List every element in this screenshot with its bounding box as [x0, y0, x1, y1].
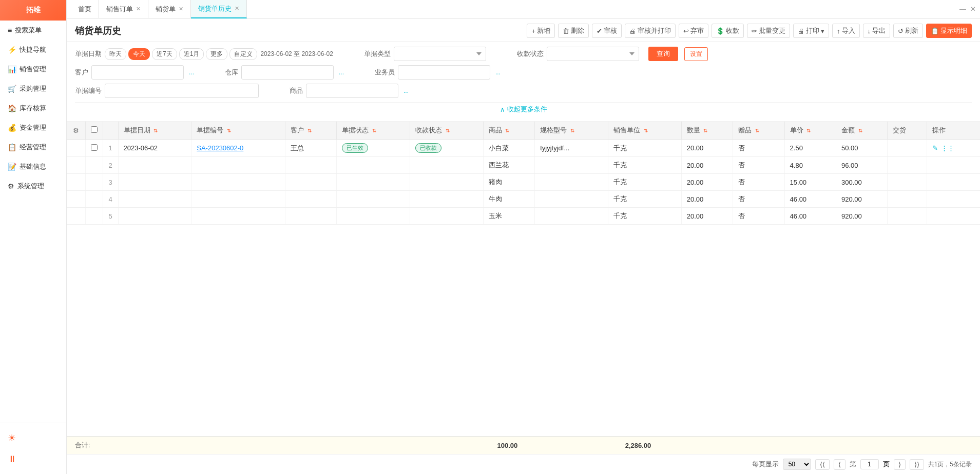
- refresh-button[interactable]: ↺ 刷新: [893, 24, 923, 38]
- per-page-select[interactable]: 50 10 20 100: [783, 459, 811, 470]
- col-gift[interactable]: 赠品 ⇅: [733, 122, 784, 140]
- row-doc-number[interactable]: SA-20230602-0: [191, 140, 285, 157]
- select-all-checkbox[interactable]: [91, 126, 98, 133]
- tab-sales-goods-close[interactable]: ✕: [179, 6, 183, 12]
- filter-section: 单据日期 昨天 今天 近7天 近1月 更多 自定义 2023-06-02 至 2…: [67, 42, 980, 122]
- query-button[interactable]: 查询: [648, 47, 678, 61]
- show-detail-button[interactable]: 📋 显示明细: [926, 24, 972, 38]
- sidebar-item-finance-mgmt[interactable]: 💰 资金管理: [0, 118, 66, 137]
- sort-amount-icon: ⇅: [858, 128, 862, 133]
- row-doc-number[interactable]: [191, 191, 285, 208]
- collapse-icon: ⏸: [8, 454, 17, 465]
- tab-home[interactable]: 首页: [71, 0, 99, 18]
- doc-number-input[interactable]: [105, 84, 259, 98]
- filter-settings-button[interactable]: 设置: [684, 47, 708, 61]
- col-spec[interactable]: 规格型号 ⇅: [535, 122, 608, 140]
- page-next-btn[interactable]: ⟩: [894, 459, 906, 470]
- sidebar-item-search-menu[interactable]: ≡ 搜索菜单: [0, 21, 66, 40]
- batch-change-button[interactable]: ✏ 批量变更: [747, 24, 790, 38]
- col-unit-price[interactable]: 单价 ⇅: [784, 122, 836, 140]
- add-button[interactable]: + 新增: [527, 24, 555, 38]
- col-unit-label: 销售单位: [613, 126, 640, 134]
- chip-yesterday[interactable]: 昨天: [105, 48, 126, 60]
- warehouse-input[interactable]: [241, 65, 334, 80]
- salesperson-label: 业务员: [375, 68, 395, 77]
- chip-more[interactable]: 更多: [206, 48, 227, 60]
- page-first-btn[interactable]: ⟨⟨: [815, 459, 830, 470]
- chip-today[interactable]: 今天: [128, 48, 150, 60]
- customer-input[interactable]: [91, 65, 184, 80]
- export-button[interactable]: ↓ 导出: [863, 24, 891, 38]
- tab-sales-history[interactable]: 销货单历史 ✕: [191, 0, 247, 18]
- payment-status-select[interactable]: [547, 47, 639, 61]
- row-num-cell: 5: [103, 208, 118, 225]
- col-customer[interactable]: 客户 ⇅: [285, 122, 336, 140]
- sidebar-item-basic-info[interactable]: 📝 基础信息: [0, 157, 66, 176]
- col-doc-number[interactable]: 单据编号 ⇅: [191, 122, 285, 140]
- tab-sales-order-close[interactable]: ✕: [136, 6, 141, 12]
- col-doc-date[interactable]: 单据日期 ⇅: [118, 122, 191, 140]
- sidebar-item-inventory[interactable]: 🏠 库存核算: [0, 98, 66, 118]
- window-minimize-icon[interactable]: —: [959, 5, 966, 13]
- page-last-btn[interactable]: ⟩⟩: [910, 459, 924, 470]
- tab-sales-order[interactable]: 销售订单 ✕: [99, 0, 148, 18]
- col-quantity[interactable]: 数量 ⇅: [681, 122, 733, 140]
- col-amount[interactable]: 金额 ⇅: [836, 122, 887, 140]
- col-doc-status[interactable]: 单据状态 ⇅: [337, 122, 410, 140]
- tab-sales-goods[interactable]: 销货单 ✕: [148, 0, 191, 18]
- collapse-conditions-btn[interactable]: ∧ 收起更多条件: [75, 102, 972, 116]
- window-close-icon[interactable]: ✕: [970, 5, 976, 13]
- discard-icon: ↩: [683, 27, 689, 35]
- chip-last-month[interactable]: 近1月: [179, 48, 204, 60]
- warehouse-ellipsis[interactable]: ...: [339, 69, 344, 76]
- row-customer: [285, 208, 336, 225]
- row-customer: [285, 157, 336, 174]
- page-prev-btn[interactable]: ⟨: [834, 459, 846, 470]
- delete-button[interactable]: 🗑 删除: [558, 24, 589, 38]
- customer-ellipsis[interactable]: ...: [189, 69, 194, 76]
- row-doc-number[interactable]: [191, 174, 285, 191]
- audit-print-button[interactable]: 🖨 审核并打印: [625, 24, 676, 38]
- row-checkbox[interactable]: [91, 144, 98, 151]
- sidebar-item-label: 基础信息: [20, 162, 46, 171]
- row-doc-number[interactable]: [191, 208, 285, 225]
- edit-action-btn[interactable]: ✎: [932, 144, 938, 152]
- print-button[interactable]: 🖨 打印 ▾: [793, 24, 829, 38]
- page-number-input[interactable]: [860, 459, 879, 469]
- col-delivery-label: 交货: [893, 126, 906, 134]
- col-unit[interactable]: 销售单位 ⇅: [608, 122, 681, 140]
- row-unit: 千克: [608, 174, 681, 191]
- row-num-cell: 2: [103, 157, 118, 174]
- row-num-cell: 4: [103, 191, 118, 208]
- sidebar-settings-btn[interactable]: ☀: [0, 427, 66, 449]
- more-action-btn[interactable]: ⋮⋮: [941, 144, 954, 152]
- row-doc-number[interactable]: [191, 157, 285, 174]
- col-rownum: [103, 122, 118, 140]
- col-payment-status[interactable]: 收款状态 ⇅: [410, 122, 484, 140]
- audit-button[interactable]: ✔ 审核: [592, 24, 622, 38]
- sidebar-item-ops-mgmt[interactable]: 📋 经营管理: [0, 137, 66, 157]
- salesperson-ellipsis[interactable]: ...: [495, 69, 501, 76]
- row-goods: 西兰花: [483, 157, 534, 174]
- sidebar-item-quick-nav[interactable]: ⚡ 快捷导航: [0, 40, 66, 60]
- salesperson-input[interactable]: [398, 65, 490, 80]
- discard-button[interactable]: ↩ 弃审: [679, 24, 708, 38]
- goods-ellipsis[interactable]: ...: [403, 87, 409, 94]
- sidebar-collapse-btn[interactable]: ⏸: [0, 449, 66, 470]
- import-button[interactable]: ↑ 导入: [832, 24, 860, 38]
- sidebar-item-sales-mgmt[interactable]: 📊 销售管理: [0, 60, 66, 79]
- col-settings[interactable]: ⚙: [67, 122, 85, 140]
- chip-last7[interactable]: 近7天: [152, 48, 177, 60]
- sidebar-item-purchase-mgmt[interactable]: 🛒 采购管理: [0, 79, 66, 98]
- add-icon: +: [531, 27, 535, 35]
- tab-sales-history-close[interactable]: ✕: [235, 5, 239, 12]
- row-customer: 王总: [285, 140, 336, 157]
- doc-type-select[interactable]: [394, 47, 486, 61]
- print-dropdown-icon: ▾: [821, 27, 824, 35]
- collect-button[interactable]: 💲 收款: [712, 24, 744, 38]
- goods-input[interactable]: [306, 84, 398, 98]
- row-unit-price: 15.00: [784, 174, 836, 191]
- sidebar-item-system-mgmt[interactable]: ⚙ 系统管理: [0, 176, 66, 196]
- chip-custom[interactable]: 自定义: [229, 48, 257, 60]
- col-goods[interactable]: 商品 ⇅: [483, 122, 534, 140]
